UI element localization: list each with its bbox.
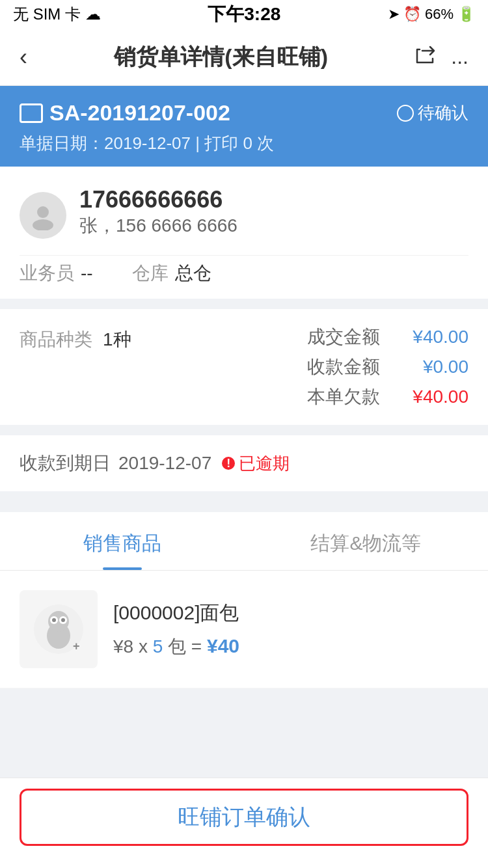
customer-phone: 17666666666 [79, 186, 237, 213]
location-icon: ➤ [388, 6, 400, 23]
svg-text:+: + [73, 640, 80, 653]
order-status: 待确认 [397, 102, 468, 124]
product-info: [0000002]面包 ¥8 x 5 包 = ¥40 [113, 600, 468, 659]
overdue-badge: ! 已逾期 [222, 452, 290, 475]
transaction-amount-row: 成交金额 ¥40.00 [307, 325, 468, 349]
outstanding-row: 本单欠款 ¥40.00 [307, 385, 468, 409]
customer-section: 17666666666 张，156 6666 6666 业务员 -- 仓库 总仓 [0, 167, 488, 299]
nav-bar: ‹ 销货单详情(来自旺铺) ... [0, 29, 488, 86]
received-amount-value: ¥0.00 [390, 357, 468, 377]
customer-row: 17666666666 张，156 6666 6666 [20, 186, 468, 245]
svg-point-8 [61, 618, 65, 622]
status-left: 无 SIM 卡 ☁ [13, 4, 101, 25]
multiply-sign: x [139, 636, 153, 657]
more-icon[interactable]: ... [451, 45, 468, 69]
product-item: + [0000002]面包 ¥8 x 5 包 = ¥40 [0, 571, 488, 688]
status-bar: 无 SIM 卡 ☁ 下午3:28 ➤ ⏰ 66% 🔋 [0, 0, 488, 29]
product-name: [0000002]面包 [113, 600, 468, 627]
amounts-area: 成交金额 ¥40.00 收款金额 ¥0.00 本单欠款 ¥40.00 [307, 325, 468, 409]
product-price: ¥8 [113, 636, 133, 657]
svg-point-0 [37, 206, 49, 218]
product-types-value: 1种 [103, 327, 131, 352]
status-right: ➤ ⏰ 66% 🔋 [388, 6, 475, 23]
page-title: 销货单详情(来自旺铺) [114, 42, 328, 72]
transaction-amount-label: 成交金额 [307, 325, 380, 349]
summary-section: 商品种类 1种 成交金额 ¥40.00 收款金额 ¥0.00 本单欠款 ¥40.… [0, 309, 488, 425]
svg-point-7 [52, 618, 56, 622]
order-header: SA-20191207-002 待确认 单据日期：2019-12-07 | 打印… [0, 86, 488, 167]
warehouse-value: 总仓 [175, 261, 211, 286]
payment-due-date: 2019-12-07 [118, 453, 211, 474]
overdue-icon: ! [222, 457, 235, 470]
salesperson-item: 业务员 -- [20, 261, 93, 286]
payment-due-label: 收款到期日 [20, 451, 111, 476]
warehouse-label: 仓库 [132, 261, 169, 286]
product-thumbnail: + [20, 590, 98, 668]
product-types: 商品种类 1种 [20, 325, 131, 352]
order-date-row: 单据日期：2019-12-07 | 打印 0 次 [20, 132, 468, 155]
product-unit: 包 [168, 636, 186, 657]
avatar [20, 192, 66, 239]
product-total: ¥40 [207, 635, 239, 657]
order-id: SA-20191207-002 [20, 100, 230, 126]
back-button[interactable]: ‹ [20, 44, 27, 71]
battery-icon: 🔋 [457, 6, 475, 23]
tab-settlement-logistics[interactable]: 结算&物流等 [244, 512, 488, 570]
product-quantity: 5 [153, 636, 163, 657]
customer-info: 17666666666 张，156 6666 6666 [79, 186, 237, 245]
overdue-text: 已逾期 [239, 452, 290, 475]
section-divider [0, 502, 488, 512]
svg-point-1 [33, 219, 53, 230]
received-amount-row: 收款金额 ¥0.00 [307, 355, 468, 379]
customer-detail-row: 业务员 -- 仓库 总仓 [20, 255, 468, 286]
order-id-row: SA-20191207-002 待确认 [20, 100, 468, 126]
tabs-row: 销售商品 结算&物流等 [0, 512, 488, 571]
payment-due-section: 收款到期日 2019-12-07 ! 已逾期 [0, 435, 488, 491]
sim-status: 无 SIM 卡 ☁ [13, 4, 101, 25]
product-price-row: ¥8 x 5 包 = ¥40 [113, 634, 468, 659]
equals-sign: = [191, 636, 207, 657]
confirm-order-button[interactable]: 旺铺订单确认 [20, 789, 468, 846]
customer-name: 张，156 6666 6666 [79, 213, 237, 238]
status-time: 下午3:28 [208, 2, 280, 27]
battery-level: 66% [425, 6, 454, 23]
warehouse-item: 仓库 总仓 [132, 261, 211, 286]
share-icon[interactable] [414, 44, 435, 70]
alarm-icon: ⏰ [403, 6, 421, 23]
salesperson-label: 业务员 [20, 261, 74, 286]
transaction-amount-value: ¥40.00 [390, 327, 468, 347]
product-types-label: 商品种类 [20, 327, 92, 352]
bottom-button-area: 旺铺订单确认 [0, 778, 488, 868]
tabs-section: 销售商品 结算&物流等 + [0000002]面包 [0, 512, 488, 688]
inbox-icon [20, 103, 43, 123]
salesperson-value: -- [81, 263, 93, 284]
nav-actions: ... [414, 44, 468, 70]
tab-sales-goods[interactable]: 销售商品 [0, 512, 244, 570]
outstanding-value: ¥40.00 [390, 387, 468, 407]
clock-icon [397, 105, 414, 122]
outstanding-label: 本单欠款 [307, 385, 380, 409]
received-amount-label: 收款金额 [307, 355, 380, 379]
